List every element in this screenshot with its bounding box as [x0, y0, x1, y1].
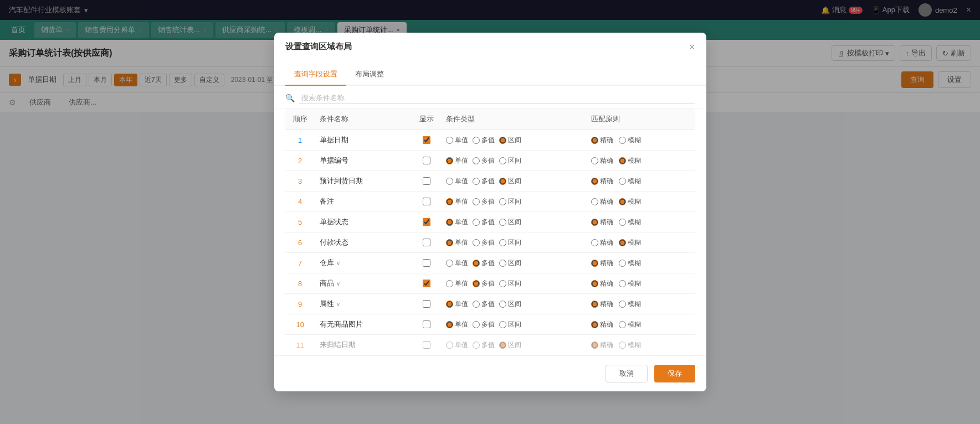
col-order: 顺序	[285, 108, 315, 112]
search-icon: 🔍	[285, 94, 295, 102]
dialog-tabs: 查询字段设置 布局调整	[274, 59, 706, 86]
search-box: 🔍	[274, 86, 706, 108]
dialog-close-button[interactable]: ×	[689, 42, 695, 52]
tab-query-fields[interactable]: 查询字段设置	[285, 66, 346, 86]
tab-layout[interactable]: 布局调整	[346, 66, 393, 86]
settings-dialog: 设置查询区域布局 × 查询字段设置 布局调整 🔍 顺序 条件名称 显示 条件类型	[274, 33, 706, 112]
modal-overlay: 设置查询区域布局 × 查询字段设置 布局调整 🔍 顺序 条件名称 显示 条件类型	[0, 0, 980, 112]
dialog-title: 设置查询区域布局	[285, 42, 352, 52]
col-type: 条件类型	[442, 108, 586, 112]
settings-table: 顺序 条件名称 显示 条件类型 匹配原则 1单据日期单值多值区间精确模糊2单据编…	[274, 108, 706, 112]
col-display: 显示	[412, 108, 442, 112]
col-match: 匹配原则	[587, 108, 695, 112]
dialog-header: 设置查询区域布局 ×	[274, 33, 706, 59]
search-input[interactable]	[299, 92, 695, 104]
col-name: 条件名称	[315, 108, 412, 112]
